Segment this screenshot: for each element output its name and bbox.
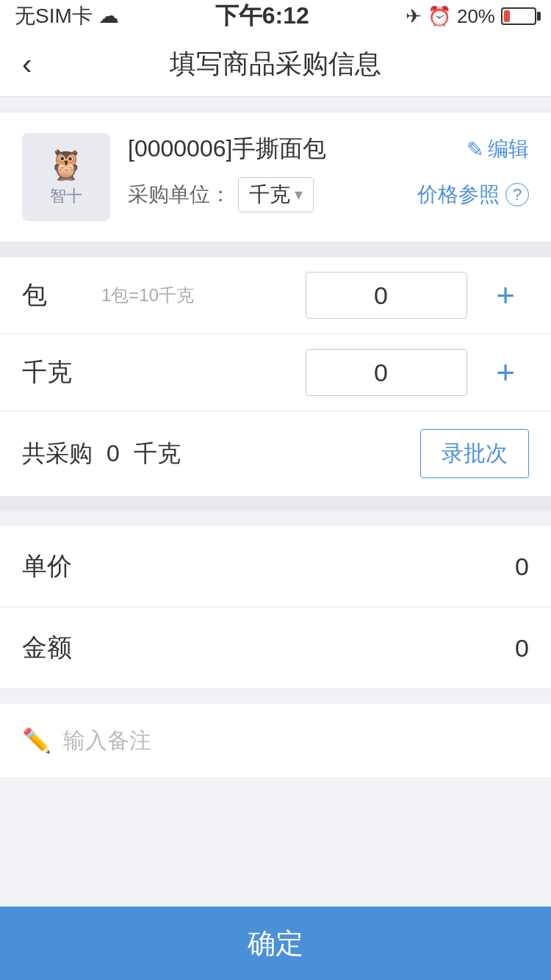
total-label: 共采购 <box>22 440 93 466</box>
status-bar-left: 无SIM卡 ☁ <box>15 2 119 30</box>
section-divider-2 <box>0 497 551 511</box>
page-title: 填写商品采购信息 <box>170 46 381 82</box>
price-ref-label: 价格参照 <box>417 181 500 209</box>
amount-value: 0 <box>515 634 529 663</box>
package-input-row: 包 1包=10千克 + <box>0 257 551 334</box>
edit-button[interactable]: ✎ 编辑 <box>467 135 529 163</box>
price-info-section: 单价 0 金额 0 <box>0 526 551 689</box>
location-icon: ✈ <box>406 5 422 28</box>
kg-input-row: 千克 + <box>0 334 551 411</box>
edit-icon: ✎ <box>467 137 483 162</box>
unit-price-label: 单价 <box>22 550 72 583</box>
battery-icon <box>501 7 536 25</box>
status-bar-right: ✈ ⏰ 20% <box>406 5 536 28</box>
package-input[interactable] <box>306 272 467 319</box>
package-sublabel: 1包=10千克 <box>101 284 194 307</box>
total-amount: 0 <box>107 440 120 466</box>
package-plus-button[interactable]: + <box>482 272 529 319</box>
dropdown-icon: ▾ <box>295 185 303 204</box>
edit-label: 编辑 <box>488 135 529 163</box>
unit-value: 千克 <box>249 181 290 209</box>
product-name-row: [0000006]手撕面包 ✎ 编辑 <box>128 133 529 165</box>
total-row: 共采购 0 千克 录批次 <box>0 411 551 497</box>
total-unit: 千克 <box>134 440 181 466</box>
unit-select-area[interactable]: 采购单位： 千克 ▾ <box>128 177 314 212</box>
page-header: ‹ 填写商品采购信息 <box>0 32 551 97</box>
battery-percent: 20% <box>457 5 495 28</box>
help-icon: ? <box>505 183 529 206</box>
unit-price-value: 0 <box>515 552 529 581</box>
total-text: 共采购 0 千克 <box>22 438 181 470</box>
notes-section[interactable]: ✏️ 输入备注 <box>0 704 551 777</box>
confirm-button[interactable]: 确定 <box>0 907 551 980</box>
product-image: 🦉 智十 <box>22 133 110 221</box>
product-owl-icon: 🦉 <box>48 148 84 182</box>
unit-label: 采购单位： <box>128 181 231 209</box>
unit-select[interactable]: 千克 ▾ <box>238 177 314 212</box>
kg-plus-button[interactable]: + <box>482 349 529 396</box>
pencil-icon: ✏️ <box>22 727 51 754</box>
product-info: [0000006]手撕面包 ✎ 编辑 采购单位： 千克 ▾ 价格参照 ? <box>128 133 529 212</box>
section-divider-1 <box>0 242 551 257</box>
amount-label: 金额 <box>22 631 72 665</box>
unit-row: 采购单位： 千克 ▾ 价格参照 ? <box>128 177 529 212</box>
alarm-icon: ⏰ <box>428 5 451 28</box>
sim-label: 无SIM卡 ☁ <box>15 2 119 30</box>
batch-button[interactable]: 录批次 <box>420 429 529 478</box>
product-card: 🦉 智十 [0000006]手撕面包 ✎ 编辑 采购单位： 千克 ▾ 价格参照 <box>0 112 551 242</box>
product-name: [0000006]手撕面包 <box>128 133 326 165</box>
status-bar-time: 下午6:12 <box>215 0 309 32</box>
kg-input[interactable] <box>306 349 467 396</box>
product-image-label: 智十 <box>50 185 82 207</box>
unit-price-row: 单价 0 <box>0 526 551 608</box>
price-ref-button[interactable]: 价格参照 ? <box>417 181 529 209</box>
amount-row: 金额 0 <box>0 608 551 689</box>
kg-label: 千克 <box>22 356 81 389</box>
package-label: 包 <box>22 278 81 312</box>
input-section: 包 1包=10千克 + 千克 + <box>0 257 551 411</box>
status-bar: 无SIM卡 ☁ 下午6:12 ✈ ⏰ 20% <box>0 0 551 32</box>
notes-placeholder: 输入备注 <box>63 726 151 756</box>
back-button[interactable]: ‹ <box>22 48 32 81</box>
